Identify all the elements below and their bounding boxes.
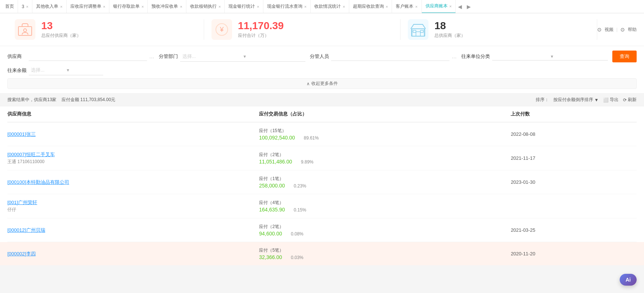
nav-tab-overdue-ar-close[interactable]: ×: [386, 4, 388, 9]
nav-prev-arrow[interactable]: ◀: [456, 0, 465, 13]
supplier-link-1[interactable]: [000001]张三: [7, 131, 259, 138]
amount-row-3: 258,000.00 0.23%: [259, 183, 511, 189]
nav-tab-cash-bank-stat-close[interactable]: ×: [257, 4, 259, 9]
payable-amount-label: 应付合计（万）: [238, 32, 284, 39]
nav-tab-customer-ledger-close[interactable]: ×: [415, 4, 417, 9]
summary-actions: ⊙ 视频 | ⊙ 帮助: [597, 27, 637, 33]
nav-tab-cash-bank-flow-close[interactable]: ×: [304, 4, 307, 9]
nav-tab-receipt-stat[interactable]: 收款情况统计 ×: [311, 0, 349, 13]
filter-supplier: 供应商 ...: [7, 52, 154, 61]
supplier-link-6[interactable]: [000002]李四: [7, 251, 259, 257]
date-5: 2021-03-25: [511, 227, 535, 233]
supplier-link-4[interactable]: [001]广州荣轩: [7, 199, 259, 206]
nav-tab-cash-bank-flow-label: 现金银行流水查询: [267, 3, 302, 10]
amount-row-4: 164,635.90 0.15%: [259, 207, 511, 213]
nav-tab-other-income-close[interactable]: ×: [60, 4, 62, 9]
svg-text:¥: ¥: [220, 26, 224, 33]
supplier-link-2[interactable]: [000007]恒旺二手叉车: [7, 151, 259, 158]
balance-filter-placeholder: 选择...: [31, 67, 66, 73]
col-header-supplier: 供应商信息: [7, 111, 259, 117]
collapse-button[interactable]: ∧ 收起更多条件: [7, 78, 637, 89]
summary-card-payable-amount: ¥ 11,170.39 应付合计（万）: [204, 19, 401, 40]
col-header-last-payment: 上次付数: [511, 111, 637, 117]
supplier-info-6: [000002]李四: [7, 251, 259, 257]
supplier-filter-input[interactable]: [29, 52, 147, 61]
amount-percent-4: 0.15%: [294, 207, 306, 213]
nav-next-arrow[interactable]: ▶: [465, 0, 473, 13]
nav-tab-3-close[interactable]: ×: [26, 4, 28, 9]
amount-value-4: 164,635.90: [259, 207, 285, 213]
supplier-info-3: [000100]本特勤油品有限公司: [7, 179, 259, 186]
supplier-link-5[interactable]: [000012]广州贝瑞: [7, 227, 259, 234]
nav-tab-receipt-verify[interactable]: 收款核销执行 ×: [186, 0, 225, 13]
amount-group-6: 应付（5笔） 32,366.00 0.03%: [259, 247, 511, 260]
nav-tab-supplier-ledger-close[interactable]: ×: [449, 4, 452, 8]
supplier-filter-label: 供应商: [7, 53, 27, 60]
nav-tab-receipt-stat-close[interactable]: ×: [343, 4, 345, 9]
supplier-filter-dots[interactable]: ...: [149, 53, 154, 60]
category-filter-arrow: ▼: [550, 54, 606, 59]
amount-value-1: 100,092,540.00: [259, 135, 295, 141]
dept-filter-select[interactable]: 选择... ▼: [180, 52, 306, 62]
amount-percent-2: 9.89%: [301, 159, 314, 165]
balance-filter-label: 往来余额: [7, 67, 27, 74]
person-filter-dots[interactable]: ...: [452, 53, 456, 60]
refresh-label: 刷新: [628, 97, 637, 103]
amount-value-3: 258,000.00: [259, 183, 285, 189]
balance-filter-select[interactable]: 选择... ▼: [29, 65, 103, 75]
nav-tab-supplier-ledger[interactable]: 供应商账本 ×: [422, 0, 456, 13]
supplier-sub-2: 王通 17106110000: [7, 159, 259, 165]
table-row: [000012]广州贝瑞 应付（2笔） 94,600.00 0.08% 2021…: [7, 218, 637, 242]
amount-row-6: 32,366.00 0.03%: [259, 254, 511, 260]
supplier-info-4: [001]广州荣轩 仔仔: [7, 199, 259, 213]
nav-tab-bank-deposit[interactable]: 银行存取款单 ×: [109, 0, 148, 13]
amount-label-2: 应付（2笔）: [259, 152, 511, 158]
category-filter-select[interactable]: ▼: [492, 53, 608, 61]
nav-tab-ar-ap-adjust[interactable]: 应收应付调整单 ×: [67, 0, 109, 13]
last-payment-5: 2021-03-25: [511, 227, 637, 233]
nav-tab-customer-ledger-label: 客户账本: [396, 3, 413, 10]
last-payment-3: 2023-01-30: [511, 179, 637, 185]
nav-tab-cash-bank-flow[interactable]: 现金银行流水查询 ×: [263, 0, 311, 13]
amount-row-1: 100,092,540.00 89.61%: [259, 135, 511, 141]
amount-label-4: 应付（4笔）: [259, 200, 511, 206]
dept-filter-label: 分管部门: [159, 53, 178, 60]
balance-filter-arrow: ▼: [66, 68, 101, 72]
export-icon: ⬜: [603, 97, 609, 103]
nav-tab-overdue-ar[interactable]: 超期应收款查询 ×: [349, 0, 392, 13]
sort-button[interactable]: 按应付余额倒序排序 ▼: [553, 97, 599, 103]
export-button[interactable]: ⬜ 导出: [603, 97, 619, 103]
person-filter-input[interactable]: [331, 52, 449, 61]
nav-tab-ar-ap-adjust-close[interactable]: ×: [103, 4, 105, 9]
nav-tab-bank-deposit-close[interactable]: ×: [141, 4, 144, 9]
top-navigation: 首页 3 × 其他收入单 × 应收应付调整单 × 银行存取款单 × 预收冲应收单…: [0, 0, 644, 13]
nav-tab-3[interactable]: 3 ×: [18, 0, 32, 13]
amount-row-5: 94,600.00 0.08%: [259, 231, 511, 237]
search-button[interactable]: 查询: [612, 51, 637, 62]
amount-group-1: 应付（15笔） 100,092,540.00 89.61%: [259, 128, 511, 141]
help-link[interactable]: 帮助: [628, 27, 637, 33]
refresh-button[interactable]: ⟳ 刷新: [623, 97, 637, 103]
nav-tab-receipt-stat-label: 收款情况统计: [314, 3, 341, 10]
last-payment-6: 2020-11-20: [511, 251, 637, 256]
dept-filter-arrow: ▼: [243, 54, 303, 59]
supplier-link-3[interactable]: [000100]本特勤油品有限公司: [7, 179, 259, 186]
amount-row-2: 11,051,486.00 9.89%: [259, 159, 511, 165]
nav-tab-pre-receivable[interactable]: 预收冲应收单 ×: [148, 0, 186, 13]
nav-tab-home[interactable]: 首页: [1, 0, 18, 13]
video-link[interactable]: 视频: [605, 27, 613, 33]
last-payment-1: 2022-08-08: [511, 131, 637, 137]
supplier-info-2: [000007]恒旺二手叉车 王通 17106110000: [7, 151, 259, 165]
export-label: 导出: [610, 97, 619, 103]
nav-tab-other-income[interactable]: 其他收入单 ×: [32, 0, 66, 13]
nav-tab-customer-ledger[interactable]: 客户账本 ×: [392, 0, 421, 13]
results-summary-text: 搜索结果中，供应商13家: [7, 97, 56, 102]
table-row: [000100]本特勤油品有限公司 应付（1笔） 258,000.00 0.23…: [7, 170, 637, 194]
summary-info-total: 18 总供应商（家）: [434, 21, 465, 39]
nav-tab-cash-bank-stat[interactable]: 现金银行统计 ×: [225, 0, 263, 13]
nav-tab-receipt-verify-close[interactable]: ×: [218, 4, 221, 9]
table-row: [001]广州荣轩 仔仔 应付（4笔） 164,635.90 0.15%: [7, 194, 637, 218]
nav-tab-pre-receivable-close[interactable]: ×: [180, 4, 182, 9]
amount-percent-3: 0.23%: [294, 183, 306, 189]
summary-bar: 13 总应付供应商（家） ¥ 11,170.39 应付合计（万）: [0, 13, 644, 46]
